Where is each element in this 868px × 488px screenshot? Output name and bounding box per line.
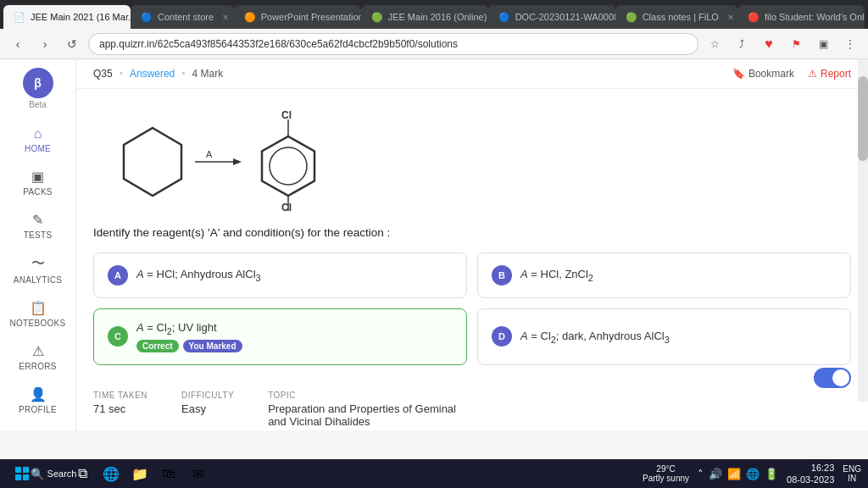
errors-icon: ⚠ bbox=[32, 343, 44, 359]
share-button[interactable]: ⤴ bbox=[731, 33, 753, 55]
tab-class-notes[interactable]: 🟢 Class notes | FiLO ✕ bbox=[615, 5, 737, 29]
arrow-label: A bbox=[206, 149, 213, 159]
stat-topic-value: Preparation and Properties of Geminal an… bbox=[268, 402, 471, 428]
stat-topic-label: TOPIC bbox=[268, 391, 471, 400]
option-text-d: A = Cl2; dark, Anhydrous AlCl3 bbox=[520, 330, 670, 345]
option-text-b: A = HCl, ZnCl2 bbox=[520, 268, 593, 283]
sidebar: β Beta ⌂ HOME ▣ PACKS ✎ TESTS 〜 ANALYTIC… bbox=[0, 59, 76, 430]
scrollbar-thumb[interactable] bbox=[858, 76, 868, 161]
option-b[interactable]: B A = HCl, ZnCl2 bbox=[477, 252, 851, 298]
home-icon: ⌂ bbox=[34, 126, 42, 141]
packs-icon: ▣ bbox=[31, 169, 44, 185]
tab-content-store[interactable]: 🔵 Content store ✕ bbox=[131, 5, 234, 29]
stat-difficulty-label: DIFFICULTY bbox=[181, 391, 234, 400]
sidebar-item-analytics[interactable]: 〜 ANALYTICS bbox=[4, 250, 72, 290]
tab-label: Class notes | FiLO bbox=[643, 12, 719, 22]
cl-bottom-label: Cl bbox=[281, 202, 292, 213]
option-math-d: A = Cl2; dark, Anhydrous AlCl3 bbox=[520, 330, 670, 342]
sidebar-item-label: TESTS bbox=[24, 230, 53, 240]
sidebar-item-notebooks[interactable]: 📋 NOTEBOOKS bbox=[4, 295, 72, 333]
answered-badge: Answered bbox=[130, 68, 175, 80]
sidebar-item-profile[interactable]: 👤 PROFILE bbox=[4, 381, 72, 419]
tab-active[interactable]: 📄 JEE Main 2021 (16 Mar... ✕ bbox=[3, 5, 131, 29]
toggle-container bbox=[814, 368, 851, 388]
tab-favicon: 📄 bbox=[14, 12, 25, 23]
tab-label: JEE Main 2016 (Online) 10... bbox=[388, 12, 488, 22]
option-c[interactable]: C A = Cl2; UV light Correct You Marked bbox=[93, 308, 467, 365]
option-content-b: A = HCl, ZnCl2 bbox=[520, 268, 593, 283]
logo-symbol: β bbox=[34, 76, 42, 90]
tab-jee-main-2016[interactable]: 🟢 JEE Main 2016 (Online) 10... ✕ bbox=[361, 5, 488, 29]
menu-button[interactable]: ⋮ bbox=[839, 33, 861, 55]
separator-dot2: • bbox=[181, 68, 185, 80]
option-d[interactable]: D A = Cl2; dark, Anhydrous AlCl3 bbox=[477, 308, 851, 365]
sidebar-item-packs[interactable]: ▣ PACKS bbox=[4, 164, 72, 202]
you-marked-tag: You Marked bbox=[183, 340, 242, 352]
tab-favicon: 🔵 bbox=[141, 12, 153, 23]
tab-ppt[interactable]: 🟠 PowerPoint Presentation ✕ bbox=[234, 5, 361, 29]
separator-dot: • bbox=[120, 68, 123, 80]
option-content-a: A = HCl; Anhydrous AlCl3 bbox=[136, 268, 261, 283]
sidebar-item-home[interactable]: ⌂ HOME bbox=[4, 121, 72, 158]
sidebar-item-label: PACKS bbox=[23, 187, 53, 197]
cl-top-label: Cl bbox=[281, 111, 292, 121]
bookmark-icon: 🔖 bbox=[732, 68, 745, 80]
tab-bar: 📄 JEE Main 2021 (16 Mar... ✕ 🔵 Content s… bbox=[0, 0, 868, 29]
tests-icon: ✎ bbox=[32, 212, 43, 228]
option-badge-c: C bbox=[108, 326, 128, 347]
reload-button[interactable]: ↺ bbox=[61, 33, 83, 55]
option-math-b: A = HCl, ZnCl2 bbox=[520, 268, 593, 280]
address-input[interactable] bbox=[88, 33, 698, 55]
option-content-c: A = Cl2; UV light Correct You Marked bbox=[136, 321, 242, 352]
tab-label: JEE Main 2021 (16 Mar... bbox=[31, 12, 131, 22]
tab-favicon: 🟢 bbox=[371, 12, 383, 23]
solution-toggle[interactable] bbox=[814, 368, 851, 388]
option-a[interactable]: A A = HCl; Anhydrous AlCl3 bbox=[93, 252, 467, 298]
stat-difficulty: DIFFICULTY Easy bbox=[181, 391, 234, 428]
tab-label: Content store bbox=[158, 12, 214, 22]
arrow-head bbox=[233, 158, 242, 165]
option-math-a: A = HCl; Anhydrous AlCl3 bbox=[136, 268, 261, 280]
cyclohexane-ring bbox=[124, 128, 181, 196]
question-meta: Q35 • Answered • 4 Mark bbox=[93, 68, 223, 80]
option-badge-d: D bbox=[492, 326, 512, 347]
logo-icon: β bbox=[23, 68, 53, 98]
address-bar: ‹ › ↺ ☆ ⤴ ♥ ⚑ ▣ ⋮ bbox=[0, 29, 868, 59]
sidebar-item-tests[interactable]: ✎ TESTS bbox=[4, 207, 72, 245]
main-content: Q35 • Answered • 4 Mark 🔖 Bookmark ⚠ Rep… bbox=[76, 59, 868, 430]
stat-difficulty-value: Easy bbox=[181, 402, 234, 415]
profile-button[interactable]: ♥ bbox=[758, 33, 780, 55]
reaction-svg: A Cl Cl bbox=[93, 111, 364, 213]
tab-doc[interactable]: 🔵 DOC-20230121-WA0008... ✕ bbox=[488, 5, 615, 29]
option-math-c: A = Cl2; UV light bbox=[136, 321, 217, 334]
tab-favicon: 🔴 bbox=[748, 12, 760, 23]
forward-button[interactable]: › bbox=[34, 33, 56, 55]
bookmark-page-button[interactable]: ☆ bbox=[704, 33, 726, 55]
alert-button[interactable]: ⚑ bbox=[785, 33, 807, 55]
tab-favicon: 🔵 bbox=[498, 12, 510, 23]
back-button[interactable]: ‹ bbox=[7, 33, 29, 55]
mark-badge: 4 Mark bbox=[192, 68, 223, 80]
question-header: Q35 • Answered • 4 Mark 🔖 Bookmark ⚠ Rep… bbox=[76, 59, 868, 89]
question-text: Identify the reagent(s) 'A' and conditio… bbox=[93, 226, 851, 239]
close-icon[interactable]: ✕ bbox=[727, 13, 734, 22]
chemical-diagram: A Cl Cl bbox=[93, 111, 851, 213]
option-content-d: A = Cl2; dark, Anhydrous AlCl3 bbox=[520, 330, 670, 345]
stat-topic: TOPIC Preparation and Properties of Gemi… bbox=[268, 391, 471, 428]
benzene-circle bbox=[270, 147, 307, 185]
stat-time: TIME TAKEN 71 sec bbox=[93, 391, 147, 428]
bookmark-label: Bookmark bbox=[748, 68, 794, 80]
scrollbar-track[interactable] bbox=[858, 59, 868, 402]
report-button[interactable]: ⚠ Report bbox=[808, 68, 851, 80]
header-actions: 🔖 Bookmark ⚠ Report bbox=[732, 68, 851, 80]
sidebar-item-errors[interactable]: ⚠ ERRORS bbox=[4, 338, 72, 376]
bookmark-button[interactable]: 🔖 Bookmark bbox=[732, 68, 794, 80]
tab-filo[interactable]: 🔴 filo Student: World's Only... ✕ bbox=[737, 5, 865, 29]
tab-grid-button[interactable]: ▣ bbox=[812, 33, 834, 55]
option-text-c: A = Cl2; UV light bbox=[136, 321, 242, 336]
notebooks-icon: 📋 bbox=[30, 300, 47, 316]
app-logo: β Beta bbox=[23, 68, 53, 109]
close-icon[interactable]: ✕ bbox=[222, 13, 229, 22]
report-label: Report bbox=[821, 68, 851, 80]
correct-tag: Correct bbox=[136, 340, 179, 352]
